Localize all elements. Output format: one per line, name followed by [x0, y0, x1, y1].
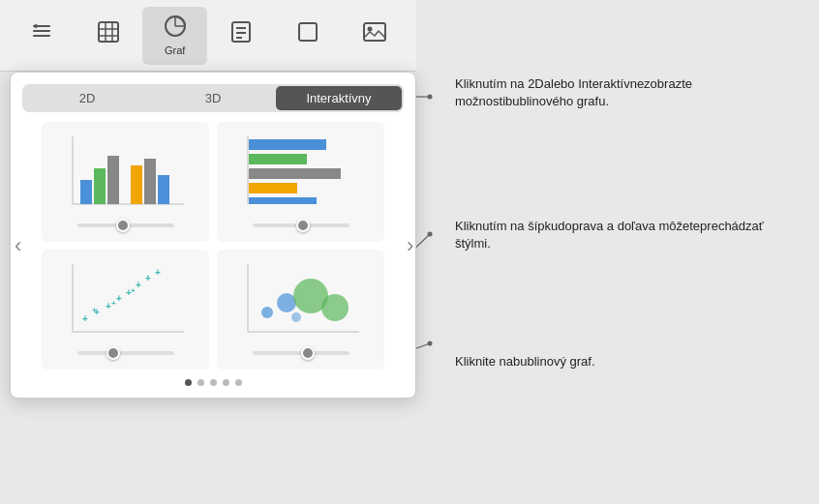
svg-point-51: [321, 294, 349, 321]
toolbar-media[interactable]: [342, 7, 407, 65]
nav-left-arrow[interactable]: ‹: [15, 233, 21, 258]
svg-rect-25: [144, 159, 156, 204]
dot-2[interactable]: [197, 379, 204, 386]
graf-label: Graf: [165, 44, 185, 56]
tab-interaktivny[interactable]: Interaktívny: [276, 86, 402, 110]
svg-rect-16: [299, 23, 317, 41]
dot-3[interactable]: [210, 379, 217, 386]
hbar-chart-canvas: [238, 132, 364, 219]
callout-text-1: Kliknutím na 2Dalebo Interaktívnezobrazt…: [455, 75, 794, 110]
text-icon: [230, 20, 252, 47]
chart-panel: 2D 3D Interaktívny ‹ ›: [10, 72, 416, 399]
dot-5[interactable]: [235, 379, 242, 386]
svg-rect-1: [33, 30, 50, 32]
graf-icon: [163, 15, 188, 42]
toolbar-graf[interactable]: Graf: [142, 7, 207, 65]
svg-text:+: +: [116, 293, 122, 304]
scatter-chart-canvas: + + + + + + + + + + +: [63, 259, 189, 346]
svg-rect-28: [249, 139, 326, 150]
chart-type-tabs: 2D 3D Interaktívny: [22, 84, 404, 112]
vlozit-icon: [30, 20, 53, 47]
media-icon: [363, 21, 386, 46]
pagination-dots: [22, 379, 404, 386]
scatter-slider[interactable]: [77, 351, 174, 355]
svg-text:+: +: [145, 273, 151, 283]
tabulka-icon: [97, 20, 120, 47]
toolbar-tabulka[interactable]: [76, 7, 141, 65]
svg-rect-21: [80, 180, 92, 204]
svg-text:+: +: [155, 267, 161, 278]
chart-bubble[interactable]: [217, 250, 384, 370]
hbar-slider[interactable]: [253, 223, 349, 227]
toolbar: Graf: [0, 0, 416, 72]
svg-rect-26: [158, 175, 169, 204]
svg-rect-32: [249, 197, 317, 204]
svg-text:+: +: [136, 280, 141, 290]
tab-3d[interactable]: 3D: [150, 86, 276, 110]
svg-point-48: [261, 307, 273, 318]
svg-rect-23: [107, 156, 119, 204]
chart-scatter[interactable]: + + + + + + + + + + +: [42, 250, 209, 370]
callout-text-3: Kliknite nabublinový graf.: [455, 353, 595, 371]
svg-text:+: +: [131, 286, 136, 295]
svg-rect-2: [33, 35, 50, 37]
svg-rect-22: [94, 168, 106, 204]
callouts-container: Kliknutím na 2Dalebo Interaktívnezobrazt…: [426, 68, 794, 503]
svg-text:+: +: [111, 299, 116, 308]
chart-bar[interactable]: [42, 122, 209, 242]
bar-slider[interactable]: [77, 223, 174, 227]
nav-right-arrow[interactable]: ›: [407, 233, 411, 258]
svg-rect-24: [131, 165, 142, 204]
svg-rect-29: [249, 154, 307, 164]
toolbar-vlozit[interactable]: [10, 7, 75, 65]
bubble-chart-canvas: [238, 259, 364, 346]
svg-rect-30: [249, 168, 341, 179]
toolbar-tvar[interactable]: [276, 7, 341, 65]
chart-hbar[interactable]: [217, 122, 384, 242]
toolbar-text[interactable]: [209, 7, 274, 65]
svg-text:+: +: [82, 313, 88, 324]
bar-chart-canvas: [63, 132, 189, 219]
svg-rect-17: [364, 23, 385, 41]
tvar-icon: [297, 21, 318, 46]
callout-text-2: Kliknutím na šípkudoprava a doľava môžet…: [455, 218, 794, 252]
dot-4[interactable]: [223, 379, 229, 386]
chart-grid: + + + + + + + + + + +: [22, 122, 404, 370]
svg-text:+: +: [92, 306, 97, 314]
svg-point-18: [367, 27, 372, 32]
svg-rect-31: [249, 183, 297, 193]
svg-point-3: [34, 24, 38, 28]
dot-1[interactable]: [185, 379, 192, 386]
tab-2d[interactable]: 2D: [24, 86, 150, 110]
svg-point-52: [291, 312, 301, 322]
svg-rect-4: [99, 22, 118, 42]
bubble-slider[interactable]: [253, 351, 349, 355]
